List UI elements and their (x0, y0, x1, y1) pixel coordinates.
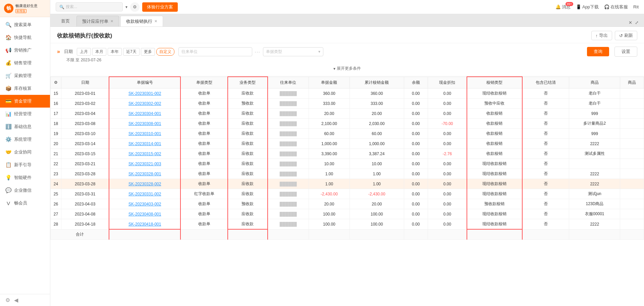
sidebar-item-enterprise[interactable]: 🤝 企业协同 (0, 146, 50, 159)
sidebar-item-inventory[interactable]: 📦 库存核算 (0, 82, 50, 95)
topbar-gear-icon[interactable]: ⚙ (130, 2, 140, 12)
td-no: 15 (51, 88, 61, 99)
sidebar-item-wechat-label: 企业微信 (14, 187, 32, 193)
refresh-button[interactable]: ↺ 刷新 (615, 31, 637, 40)
td-unit: ██████ (268, 159, 309, 169)
td-no: 20 (51, 139, 61, 149)
td-biz-type: 应收款 (228, 119, 267, 129)
sidebar-item-member[interactable]: V 畅会员 (0, 197, 50, 209)
td-bill-type: 收款单 (180, 219, 228, 230)
date-btn-custom[interactable]: 自定义 (156, 48, 174, 56)
sidebar-item-wechat[interactable]: 💬 企业微信 (0, 184, 50, 197)
td-cum-amount: 10.00 (350, 159, 404, 169)
main-area: 🔍 搜索... ▾ ⚙ 体验行业方案 🔔 消息 99+ 📱 App下载 🎧 在线… (50, 0, 644, 306)
td-discount: 0.00 (428, 219, 467, 230)
tab-prepayment-close[interactable]: ✕ (110, 19, 113, 23)
topbar-search[interactable]: 🔍 搜索... (56, 2, 123, 11)
topbar-dropdown-icon[interactable]: ▾ (125, 5, 127, 9)
tab-prepayment[interactable]: 预计应应付单 ✕ (76, 16, 119, 26)
sidebar-item-operation[interactable]: 📊 经营管理 (0, 108, 50, 120)
date-btn-this-month[interactable]: 本月 (92, 48, 106, 56)
sidebar-item-marketing[interactable]: 📢 营销推广 (0, 44, 50, 57)
bill-no-link[interactable]: SK-20230408-001 (128, 212, 161, 217)
filter-bar: » 日期 上月 本月 本年 近7天 更多 自定义 往来单位 ··· 单据类型 ▾ (50, 43, 644, 76)
bill-no-link[interactable]: SK-20230315-002 (128, 151, 161, 156)
purchase-icon: 🛒 (5, 73, 11, 79)
table-area[interactable]: ⚙ 日期 单据编号 单据类型 业务类型 往来单位 单据金额 累计核销金额 余额 … (50, 76, 644, 306)
expand-more-btn[interactable]: ▾ 展开更多条件 (57, 64, 637, 73)
sidebar-item-sales[interactable]: 💰 销售管理 (0, 57, 50, 69)
filter-expand-icon[interactable]: » (57, 49, 60, 55)
footer-unit (268, 229, 309, 239)
app-download-link[interactable]: 📱 App下载 (576, 4, 599, 10)
td-bill-no: SK-20230304-001 (109, 109, 180, 119)
td-amount: 1.00 (309, 179, 350, 189)
th-date: 日期 (61, 77, 109, 88)
bill-no-link[interactable]: SK-20230418-001 (128, 222, 161, 227)
td-bill-no: SK-20230328-002 (109, 179, 180, 189)
sidebar-item-quicknav[interactable]: 🏠 快捷导航 (0, 31, 50, 44)
td-cum-amount: 20.00 (350, 199, 404, 209)
filter-settings-button[interactable]: 设置 (614, 47, 637, 57)
filter-type-input[interactable]: 单据类型 ▾ (263, 47, 323, 56)
td-cum-amount: 1,000.00 (350, 139, 404, 149)
date-btn-this-year[interactable]: 本年 (108, 48, 122, 56)
bill-no-link[interactable]: SK-20230328-002 (128, 182, 161, 186)
td-settled: 否 (522, 169, 569, 179)
sidebar-item-basic[interactable]: ℹ️ 基础信息 (0, 120, 50, 133)
td-balance: 0.00 (404, 109, 428, 119)
topbar: 🔍 搜索... ▾ ⚙ 体验行业方案 🔔 消息 99+ 📱 App下载 🎧 在线… (50, 0, 644, 14)
tab-collection[interactable]: 收款核销执行 ✕ (120, 16, 163, 26)
date-btn-last-month[interactable]: 上月 (77, 48, 91, 56)
bill-no-link[interactable]: SK-20230328-001 (128, 172, 161, 176)
query-button[interactable]: 查询 (587, 47, 609, 56)
sidebar-item-system[interactable]: ⚙️ 系统管理 (0, 133, 50, 146)
sidebar-collapse-icon[interactable]: ◀ (14, 297, 18, 303)
tab-close-all-icon[interactable]: ✕ (629, 20, 632, 25)
bill-no-link[interactable]: SK-20230403-002 (128, 202, 161, 206)
date-btn-more[interactable]: 更多 (141, 48, 155, 56)
td-cum-amount: 1.00 (350, 169, 404, 179)
td-cum-amount: 60.00 (350, 129, 404, 139)
td-date: 2023-04-03 (61, 199, 109, 209)
td-biz-type: 应收款 (228, 159, 267, 169)
th-bill-type: 单据类型 (180, 77, 228, 88)
sidebar-settings-icon[interactable]: ⚙ (5, 297, 10, 303)
online-service-link[interactable]: 🎧 在线客服 (604, 4, 628, 10)
sidebar-menu: 🔍 搜索菜单 🏠 快捷导航 📢 营销推广 💰 销售管理 🛒 采购管理 📦 库存核… (0, 17, 50, 294)
export-button[interactable]: ↑ 导出 (591, 31, 612, 40)
td-product1 (569, 159, 620, 169)
td-bill-no: SK-20230314-001 (109, 139, 180, 149)
bill-no-link[interactable]: SK-20230321-003 (128, 162, 161, 166)
user-link[interactable]: Rit (633, 4, 639, 9)
bill-no-link[interactable]: SK-20230301-002 (128, 91, 161, 96)
sidebar-item-purchase[interactable]: 🛒 采购管理 (0, 69, 50, 82)
bill-no-link[interactable]: SK-20230304-001 (128, 111, 161, 116)
bill-no-link[interactable]: SK-20230331-002 (128, 192, 161, 196)
solution-button[interactable]: 体验行业方案 (142, 2, 178, 12)
td-cancel-type: 现结收款核销 (467, 209, 522, 219)
sidebar-item-hardware[interactable]: 💡 智能硬件 (0, 171, 50, 184)
tab-collection-close[interactable]: ✕ (154, 19, 157, 23)
bill-no-link[interactable]: SK-20230314-001 (128, 141, 161, 146)
bill-no-link[interactable]: SK-20230302-002 (128, 101, 161, 106)
td-cancel-type: 现结收款核销 (467, 219, 522, 230)
td-product2 (620, 199, 644, 209)
sidebar-item-guide[interactable]: 📋 新手引导 (0, 159, 50, 171)
date-btn-7days[interactable]: 近7天 (123, 48, 140, 56)
tab-expand-icon[interactable]: ⤢ (635, 20, 639, 25)
td-unit: ██████ (268, 109, 309, 119)
notification-bell[interactable]: 🔔 消息 99+ (555, 4, 571, 10)
sidebar-item-search[interactable]: 🔍 搜索菜单 (0, 18, 50, 31)
td-settled: 否 (522, 119, 569, 129)
bill-no-link[interactable]: SK-20230308-001 (128, 121, 161, 126)
td-cancel-type: 现结收款核销 (467, 179, 522, 189)
tab-home[interactable]: 首页 (56, 16, 75, 26)
inventory-icon: 📦 (5, 85, 11, 91)
sidebar-item-finance[interactable]: 💳 资金管理 (0, 95, 50, 108)
bill-no-link[interactable]: SK-20230310-001 (128, 131, 161, 136)
th-settings[interactable]: ⚙ (51, 77, 61, 88)
td-product1: 测试多属性 (569, 149, 620, 159)
footer-product2 (620, 229, 644, 239)
filter-unit-input[interactable]: 往来单位 (178, 47, 252, 56)
